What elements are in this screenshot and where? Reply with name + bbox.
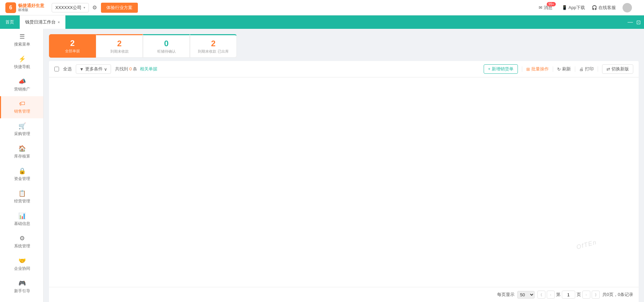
switch-version-button[interactable]: ⇄ 切换新版 <box>602 64 633 74</box>
avatar[interactable] <box>623 3 632 12</box>
per-page-label: 每页显示 <box>497 292 515 298</box>
found-link[interactable]: 相关单据 <box>140 66 157 71</box>
settings-icon[interactable]: ⚙ <box>92 4 97 11</box>
operations-icon: 📋 <box>18 190 26 197</box>
sales-icon: 🏷 <box>19 100 25 107</box>
sidebar: ☰ 搜索菜单 ⚡ 快捷导航 📣 营销推广 🏷 销售管理 🛒 采购管理 🏠 库存核… <box>0 29 44 302</box>
found-count: 0 <box>129 66 132 71</box>
tab-close-icon[interactable]: × <box>58 20 60 24</box>
sidebar-item-operations[interactable]: 📋 经营管理 <box>0 186 43 208</box>
switch-label: 切换新版 <box>611 66 629 72</box>
logo-main: 畅捷通好生意 <box>18 3 44 8</box>
purchase-icon: 🛒 <box>18 122 26 130</box>
stat-wangpu-num: 0 <box>164 39 168 48</box>
trial-button[interactable]: 体验行业方案 <box>101 3 138 13</box>
online-service-icon: 🎧 <box>592 5 597 10</box>
page-prefix: 第 <box>556 292 560 298</box>
company-name: XXXXXX公司 <box>55 5 82 11</box>
dropdown-arrow-icon: ▾ <box>84 6 85 9</box>
sidebar-item-search[interactable]: ☰ 搜索菜单 <box>0 29 43 51</box>
sidebar-item-sales-label: 销售管理 <box>14 109 30 114</box>
page-input[interactable]: 1 <box>562 291 575 299</box>
filter-icon: ▼ <box>79 67 84 72</box>
found-unit: 条 <box>133 66 137 71</box>
switch-icon: ⇄ <box>606 67 610 72</box>
page-unit: 页 <box>577 292 581 298</box>
batch-label: 批量操作 <box>531 66 549 72</box>
stat-card-shipped[interactable]: 2 到期未收款 已出库 <box>190 34 237 58</box>
header-right: ✉ 消息 99+ 📱 App下载 🎧 在线客服 <box>539 3 639 12</box>
toolbar: 全选 ▼ 更多条件 ∨ 共找到 0 条 相关单据 + 新增销货单 ⊞ 批量操作 <box>49 61 639 77</box>
toolbar-right: + 新增销货单 ⊞ 批量操作 ↻ 刷新 🖨 打印 ⇄ <box>484 64 633 74</box>
add-order-button[interactable]: + 新增销货单 <box>484 64 518 74</box>
sidebar-item-finance[interactable]: 🔒 资金管理 <box>0 163 43 186</box>
found-text: 共找到 0 条 相关单据 <box>115 66 157 72</box>
company-selector[interactable]: XXXXXX公司 ▾ <box>52 3 89 12</box>
pagination: 每页显示 50 10 20 100 ⟪ ‹ 第 1 页 › ⟫ 共0页，0条记录 <box>49 287 639 302</box>
sidebar-item-quicknav[interactable]: ⚡ 快捷导航 <box>0 51 43 74</box>
collab-icon: 🤝 <box>18 257 26 264</box>
online-service-button[interactable]: 🎧 在线客服 <box>592 5 616 11</box>
tab-maximize-icon[interactable]: ⊡ <box>636 19 641 25</box>
sidebar-item-collab[interactable]: 🤝 企业协同 <box>0 253 43 276</box>
select-all-label: 全选 <box>63 66 72 72</box>
sidebar-item-newguide[interactable]: 🎮 新手引导 <box>0 276 43 298</box>
refresh-button[interactable]: ↻ 刷新 <box>557 66 571 72</box>
stat-all-desc: 全部单据 <box>65 49 80 54</box>
sidebar-item-inventory[interactable]: 🏠 库存核算 <box>0 141 43 163</box>
total-info: 共0页，0条记录 <box>602 292 633 298</box>
marketing-icon: 📣 <box>18 78 26 85</box>
toolbar-divider4 <box>598 66 598 72</box>
last-page-button[interactable]: ⟫ <box>592 291 600 299</box>
toolbar-divider2 <box>553 66 553 72</box>
tab-work-station-label: 钱货日清工作台 <box>25 19 56 25</box>
stat-card-wangpu[interactable]: 0 旺辅待确认 <box>143 34 190 58</box>
sidebar-item-basicinfo-label: 基础信息 <box>14 221 30 227</box>
sidebar-item-purchase[interactable]: 🛒 采购管理 <box>0 118 43 141</box>
batch-operation-button[interactable]: ⊞ 批量操作 <box>526 66 549 72</box>
message-icon: ✉ <box>539 5 542 10</box>
app-download-label: App下载 <box>569 5 585 11</box>
filter-button[interactable]: ▼ 更多条件 ∨ <box>76 64 111 74</box>
refresh-icon: ↻ <box>557 67 561 72</box>
tab-bar: 首页 钱货日清工作台 × — ⊡ <box>0 15 644 29</box>
sidebar-item-basicinfo[interactable]: 📊 基础信息 <box>0 208 43 231</box>
print-icon: 🖨 <box>579 67 584 72</box>
prev-page-button[interactable]: ‹ <box>547 291 555 299</box>
sidebar-item-sales[interactable]: 🏷 销售管理 <box>0 96 43 118</box>
inventory-icon: 🏠 <box>18 145 26 152</box>
message-button[interactable]: ✉ 消息 99+ <box>539 5 552 11</box>
tab-work-station[interactable]: 钱货日清工作台 × <box>20 15 65 29</box>
stat-wangpu-desc: 旺辅待确认 <box>157 49 176 54</box>
tab-home[interactable]: 首页 <box>0 15 20 29</box>
quicknav-icon: ⚡ <box>18 55 26 63</box>
sidebar-item-finance-label: 资金管理 <box>14 176 30 182</box>
stat-card-overdue[interactable]: 2 到期未收款 <box>96 34 143 58</box>
stat-overdue-desc: 到期未收款 <box>110 49 129 54</box>
print-button[interactable]: 🖨 打印 <box>579 66 594 72</box>
print-label: 打印 <box>585 66 594 72</box>
tab-home-label: 首页 <box>5 19 14 25</box>
stat-card-all[interactable]: 2 全部单据 <box>49 34 96 58</box>
sidebar-item-quicknav-label: 快捷导航 <box>14 64 30 70</box>
per-page-select[interactable]: 50 10 20 100 <box>517 291 535 299</box>
next-page-button[interactable]: › <box>582 291 590 299</box>
first-page-button[interactable]: ⟪ <box>537 291 545 299</box>
stat-all-num: 2 <box>70 39 74 48</box>
sidebar-item-system[interactable]: ⚙ 系统管理 <box>0 231 43 253</box>
stat-shipped-num: 2 <box>211 39 215 48</box>
finance-icon: 🔒 <box>18 167 26 175</box>
message-badge: 99+ <box>547 2 556 6</box>
newguide-icon: 🎮 <box>18 280 26 287</box>
sidebar-item-search-label: 搜索菜单 <box>14 42 30 47</box>
table-area <box>49 77 639 287</box>
app-download-button[interactable]: 📱 App下载 <box>562 5 585 11</box>
tab-minimize-icon[interactable]: — <box>628 19 633 25</box>
sidebar-item-appcenter[interactable]: 📦 应用中心 <box>0 298 43 302</box>
sidebar-item-collab-label: 企业协同 <box>14 266 30 271</box>
logo-icon: 6 <box>5 2 16 13</box>
stat-cards: 2 全部单据 2 到期未收款 0 旺辅待确认 2 到期未收款 已出库 <box>44 29 644 58</box>
sidebar-item-marketing[interactable]: 📣 营销推广 <box>0 74 43 96</box>
page-nav: ⟪ ‹ 第 1 页 › ⟫ <box>537 291 600 299</box>
select-all-checkbox[interactable] <box>54 67 59 71</box>
